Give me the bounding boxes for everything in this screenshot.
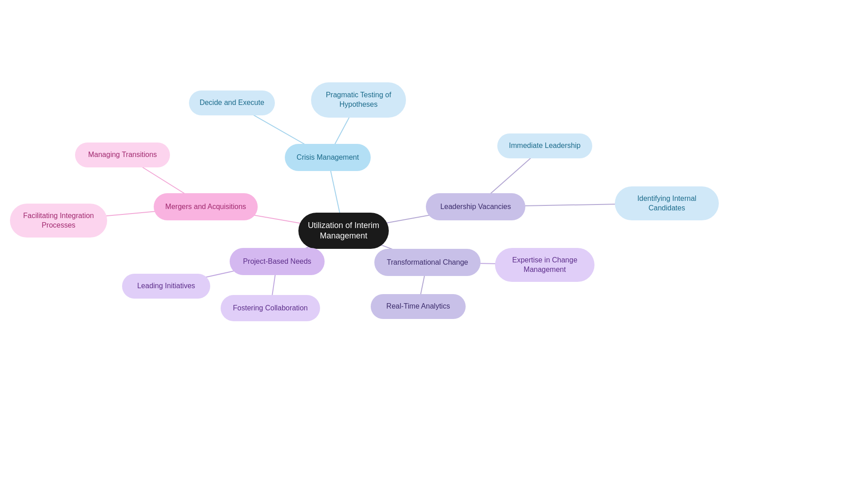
identifying-internal-node: Identifying Internal Candidates [615, 186, 719, 220]
real-time-analytics-node: Real-Time Analytics [371, 294, 466, 319]
expertise-change-node: Expertise in Change Management [495, 248, 594, 282]
leadership-vacancies-node: Leadership Vacancies [426, 193, 525, 220]
project-based-needs-node: Project-Based Needs [230, 248, 325, 275]
managing-transitions-node: Managing Transitions [75, 143, 170, 167]
facilitating-integration-node: Facilitating Integration Processes [10, 204, 107, 238]
immediate-leadership-node: Immediate Leadership [497, 133, 592, 158]
decide-execute-node: Decide and Execute [189, 90, 275, 115]
transformational-change-node: Transformational Change [374, 249, 481, 276]
pragmatic-testing-node: Pragmatic Testing of Hypotheses [311, 82, 406, 118]
mergers-acquisitions-node: Mergers and Acquisitions [154, 193, 258, 220]
leading-initiatives-node: Leading Initiatives [122, 274, 210, 299]
crisis-management-node: Crisis Management [285, 144, 371, 171]
center-node: Utilization of Interim Management [298, 213, 389, 249]
fostering-collaboration-node: Fostering Collaboration [221, 295, 320, 321]
